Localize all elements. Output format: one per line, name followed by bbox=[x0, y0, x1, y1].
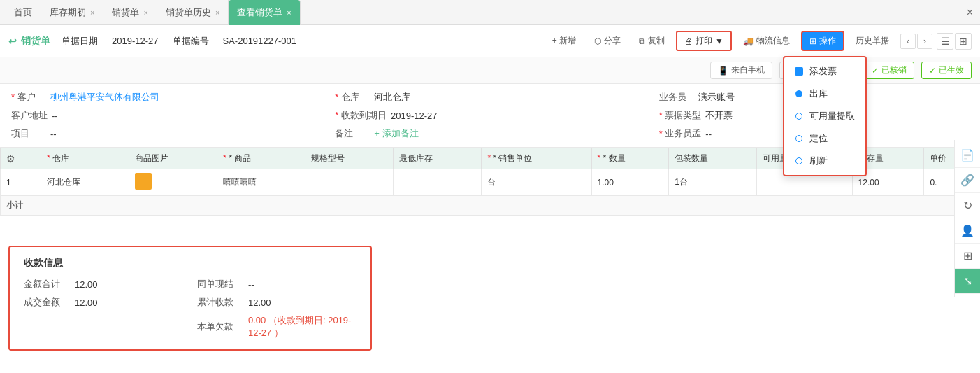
tab-home[interactable]: 首页 bbox=[6, 0, 41, 25]
plus-icon: + bbox=[374, 128, 380, 139]
print-button[interactable]: 🖨 打印 ▼ bbox=[676, 31, 732, 51]
truck-icon: 🚚 bbox=[743, 36, 754, 46]
view-icons: ☰ ⊞ bbox=[937, 33, 972, 50]
row-quantity: 1.00 bbox=[591, 169, 669, 196]
transaction-value: 12.00 bbox=[75, 297, 98, 308]
staff-label: 业务员 bbox=[659, 91, 694, 104]
note-add-link[interactable]: + 添加备注 bbox=[374, 127, 418, 140]
warehouse-value: 河北仓库 bbox=[374, 91, 410, 104]
nav-arrows: ‹ › bbox=[900, 34, 932, 49]
row-sales-unit: 台 bbox=[482, 169, 591, 196]
doc-meta: 单据日期 2019-12-27 单据编号 SA-20191227-001 bbox=[62, 35, 296, 48]
customer-row: 客户 柳州粤港平安气体有限公司 bbox=[11, 91, 321, 104]
history-button[interactable]: 历史单据 bbox=[849, 32, 896, 50]
refresh-item[interactable]: 刷新 bbox=[784, 150, 865, 172]
customer-value[interactable]: 柳州粤港平安气体有限公司 bbox=[50, 91, 159, 104]
arrears-row: 本单欠款 0.00 （收款到期日: 2019-12-27 ） bbox=[197, 314, 356, 339]
print-icon: 🖨 bbox=[684, 36, 693, 46]
arrears-value: 0.00 （收款到期日: 2019-12-27 ） bbox=[248, 314, 356, 339]
row-product-img bbox=[129, 169, 217, 196]
row-pack-qty: 1台 bbox=[669, 169, 757, 196]
product-image bbox=[135, 173, 152, 190]
date-value: 2019-12-27 bbox=[112, 36, 159, 46]
outbound-icon bbox=[794, 89, 804, 99]
next-button[interactable]: › bbox=[917, 34, 932, 49]
note-label: 备注 bbox=[335, 127, 370, 140]
ticket-value: 不开票 bbox=[705, 109, 733, 122]
sold-button[interactable]: ✓ 已核销 bbox=[864, 62, 914, 79]
total-row: 金额合计 12.00 bbox=[24, 278, 183, 290]
number-value: SA-20191227-001 bbox=[223, 36, 297, 46]
add-invoice-item[interactable]: 添发票 bbox=[784, 60, 865, 83]
date-label: 单据日期 bbox=[62, 35, 98, 48]
row-product: 嘻嘻嘻嘻 bbox=[217, 169, 305, 196]
warehouse-row: 仓库 河北仓库 bbox=[335, 91, 644, 104]
effective-button[interactable]: ✓ 已生效 bbox=[921, 62, 972, 79]
tab-close-view-sales[interactable]: × bbox=[287, 8, 291, 17]
number-label: 单据编号 bbox=[173, 35, 209, 48]
project-label: 项目 bbox=[11, 127, 46, 140]
same-order-value: -- bbox=[248, 279, 254, 290]
tab-close-sales[interactable]: × bbox=[143, 8, 147, 17]
copy-button[interactable]: ⧉ 复制 bbox=[632, 32, 672, 50]
address-row: 客户地址 -- bbox=[11, 109, 321, 122]
logistics-button[interactable]: 🚚 物流信息 bbox=[736, 32, 797, 50]
operation-button[interactable]: ⊞ 操作 bbox=[801, 31, 844, 51]
payment-grid: 金额合计 12.00 同单现结 -- 成交金额 12.00 累计收款 12.00… bbox=[24, 278, 356, 339]
fullscreen-icon[interactable]: ⤡ bbox=[955, 269, 980, 294]
from-phone-button[interactable]: 📱 来自手机 bbox=[710, 62, 772, 79]
data-icon[interactable]: ⊞ bbox=[955, 244, 980, 269]
tab-inventory-init[interactable]: 库存期初 × bbox=[41, 0, 103, 25]
doc-header: ↩ 销货单 单据日期 2019-12-27 单据编号 SA-20191227-0… bbox=[0, 25, 980, 57]
note-row: 备注 + 添加备注 bbox=[335, 127, 644, 140]
col-sales-unit: * 销售单位 bbox=[482, 148, 591, 169]
link-icon[interactable]: 🔗 bbox=[955, 168, 980, 193]
col-pack-qty: 包装数量 bbox=[669, 148, 757, 169]
ticket-label: 票据类型 bbox=[659, 109, 702, 122]
user-icon[interactable]: 👤 bbox=[955, 218, 980, 244]
doc-icon[interactable]: 📄 bbox=[955, 143, 980, 168]
row-index: 1 bbox=[1, 169, 41, 196]
project-value: -- bbox=[50, 129, 57, 139]
grid-view-button[interactable]: ⊞ bbox=[955, 33, 972, 50]
tab-close-inventory[interactable]: × bbox=[90, 8, 94, 17]
doc-type-icon: ↩ bbox=[8, 36, 17, 47]
col-setting[interactable]: ⚙ bbox=[1, 148, 41, 169]
total-value: 12.00 bbox=[75, 279, 98, 290]
new-button[interactable]: + 新增 bbox=[545, 32, 583, 50]
available-qty-item[interactable]: 可用量提取 bbox=[784, 105, 865, 127]
list-view-button[interactable]: ☰ bbox=[937, 33, 953, 50]
outbound-item[interactable]: 出库 bbox=[784, 83, 865, 105]
transaction-label: 成交金额 bbox=[24, 296, 69, 309]
transaction-row: 成交金额 12.00 bbox=[24, 296, 183, 309]
tab-sales-history[interactable]: 销货单历史 × bbox=[157, 0, 229, 25]
col-product-img: 商品图片 bbox=[129, 148, 217, 169]
customer-label: 客户 bbox=[11, 91, 46, 104]
operation-dropdown: 添发票 出库 可用量提取 bbox=[783, 56, 867, 176]
staff-value: 演示账号 bbox=[698, 91, 735, 104]
available-qty-icon bbox=[794, 111, 804, 121]
col-quantity: * 数量 bbox=[591, 148, 669, 169]
address-label: 客户地址 bbox=[11, 109, 48, 122]
add-invoice-icon bbox=[794, 66, 804, 76]
tab-sales-order[interactable]: 销货单 × bbox=[103, 0, 157, 25]
prev-button[interactable]: ‹ bbox=[900, 34, 916, 49]
phone-icon: 📱 bbox=[718, 66, 728, 76]
tab-bar: 首页 库存期初 × 销货单 × 销货单历史 × 查看销货单 × × bbox=[0, 0, 980, 25]
arrears-label: 本单欠款 bbox=[197, 321, 243, 333]
locate-item[interactable]: 定位 bbox=[784, 127, 865, 150]
subtotal-label: 小计 bbox=[1, 196, 980, 216]
main-container: ↩ 销货单 单据日期 2019-12-27 单据编号 SA-20191227-0… bbox=[0, 25, 980, 373]
grid-icon: ⊞ bbox=[809, 36, 816, 46]
share-button[interactable]: ⬡ 分享 bbox=[587, 32, 628, 50]
payment-date-label: 收款到期日 bbox=[335, 109, 387, 122]
col-warehouse: 仓库 bbox=[41, 148, 129, 169]
print-dropdown-icon: ▼ bbox=[715, 36, 723, 46]
payment-title: 收款信息 bbox=[24, 257, 356, 269]
address-value: -- bbox=[52, 111, 58, 121]
sync-icon[interactable]: ↻ bbox=[955, 193, 980, 218]
window-close-button[interactable]: × bbox=[967, 6, 973, 19]
doc-type-label: 销货单 bbox=[21, 35, 50, 48]
tab-close-history[interactable]: × bbox=[215, 8, 219, 17]
tab-view-sales[interactable]: 查看销货单 × bbox=[229, 0, 300, 25]
